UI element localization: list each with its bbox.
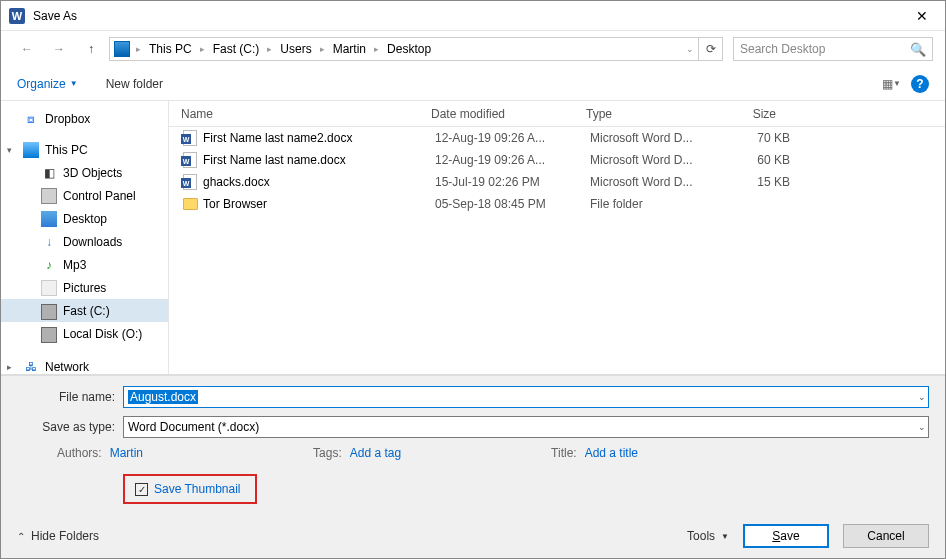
word-doc-icon	[181, 152, 199, 168]
file-list: Name Date modified Type Size First Name …	[169, 101, 945, 374]
toolbar: Organize ▼ New folder ▦ ▼ ?	[1, 67, 945, 101]
breadcrumb-bar[interactable]: ▸ This PC ▸ Fast (C:) ▸ Users ▸ Martin ▸…	[109, 37, 699, 61]
tree-item-label: Pictures	[63, 281, 106, 295]
window-close-button[interactable]: ✕	[899, 1, 945, 31]
tree-item-dropbox[interactable]: ⧈Dropbox	[1, 107, 168, 130]
tree-item-pictures[interactable]: Pictures	[1, 276, 168, 299]
nav-forward-button[interactable]: →	[45, 35, 73, 63]
file-row[interactable]: First Name last name.docx12-Aug-19 09:26…	[169, 149, 945, 171]
file-size: 15 KB	[710, 175, 790, 189]
file-date: 05-Sep-18 08:45 PM	[435, 197, 590, 211]
saveastype-value: Word Document (*.docx)	[128, 420, 259, 434]
chevron-down-icon[interactable]: ⌄	[918, 422, 926, 432]
tree-item-downloads[interactable]: ↓Downloads	[1, 230, 168, 253]
titlebar: W Save As ✕	[1, 1, 945, 31]
word-doc-icon	[181, 130, 199, 146]
breadcrumb-item[interactable]: Fast (C:)	[207, 38, 266, 60]
col-name[interactable]: Name	[181, 107, 431, 121]
dropbox-icon: ⧈	[23, 111, 39, 127]
chevron-down-icon: ▼	[70, 79, 78, 88]
col-size[interactable]: Size	[706, 107, 796, 121]
file-row[interactable]: ghacks.docx15-Jul-19 02:26 PMMicrosoft W…	[169, 171, 945, 193]
file-name: First Name last name.docx	[203, 153, 435, 167]
arrow-right-icon: →	[53, 42, 65, 56]
search-icon: 🔍	[910, 42, 926, 57]
disk-icon	[41, 304, 57, 320]
file-type: File folder	[590, 197, 710, 211]
dl-icon: ↓	[41, 234, 57, 250]
file-type: Microsoft Word D...	[590, 131, 710, 145]
pic-icon	[41, 280, 57, 296]
refresh-button[interactable]: ⟳	[699, 37, 723, 61]
new-folder-button[interactable]: New folder	[106, 77, 163, 91]
tree-expander-icon[interactable]: ▾	[7, 145, 12, 155]
tools-menu[interactable]: Tools ▼	[687, 529, 729, 543]
3d-icon: ◧	[41, 165, 57, 181]
tree-item-this-pc[interactable]: ▾This PC	[1, 138, 168, 161]
filename-label: File name:	[17, 390, 123, 404]
save-button[interactable]: Save	[743, 524, 829, 548]
breadcrumb-item[interactable]: Users	[274, 38, 317, 60]
main-area: ⧈Dropbox▾This PC◧3D ObjectsControl Panel…	[1, 101, 945, 375]
tree-item-mp3[interactable]: ♪Mp3	[1, 253, 168, 276]
save-thumbnail-label[interactable]: Save Thumbnail	[154, 482, 241, 496]
saveastype-select[interactable]: Word Document (*.docx) ⌄	[123, 416, 929, 438]
pc-icon	[23, 142, 39, 158]
breadcrumb-item[interactable]: This PC	[143, 38, 198, 60]
tree-item-label: Local Disk (O:)	[63, 327, 142, 341]
close-icon: ✕	[916, 8, 928, 24]
nav-up-button[interactable]: ↑	[77, 35, 105, 63]
tree-item-label: Desktop	[63, 212, 107, 226]
tree-item-desktop[interactable]: Desktop	[1, 207, 168, 230]
authors-field[interactable]: Martin	[110, 446, 143, 460]
col-date[interactable]: Date modified	[431, 107, 586, 121]
nav-back-button[interactable]: ←	[13, 35, 41, 63]
desk-icon	[41, 211, 57, 227]
file-name: ghacks.docx	[203, 175, 435, 189]
chevron-down-icon[interactable]: ⌄	[918, 392, 926, 402]
tags-label: Tags:	[313, 446, 342, 460]
view-options-button[interactable]: ▦ ▼	[882, 77, 901, 91]
arrow-left-icon: ←	[21, 42, 33, 56]
search-input[interactable]: Search Desktop 🔍	[733, 37, 933, 61]
tree-item-local-disk-o-[interactable]: Local Disk (O:)	[1, 322, 168, 345]
file-size: 60 KB	[710, 153, 790, 167]
save-thumbnail-checkbox[interactable]: ✓	[135, 483, 148, 496]
file-name: Tor Browser	[203, 197, 435, 211]
file-type: Microsoft Word D...	[590, 175, 710, 189]
tree-item-label: Network	[45, 360, 89, 374]
file-row[interactable]: Tor Browser05-Sep-18 08:45 PMFile folder	[169, 193, 945, 215]
tree-item-fast-c-[interactable]: Fast (C:)	[1, 299, 168, 322]
organize-menu[interactable]: Organize ▼	[17, 77, 78, 91]
breadcrumb-item[interactable]: Martin	[327, 38, 372, 60]
tree-item-3d-objects[interactable]: ◧3D Objects	[1, 161, 168, 184]
chevron-down-icon[interactable]: ⌄	[686, 44, 694, 54]
ctrl-icon	[41, 188, 57, 204]
title-field[interactable]: Add a title	[585, 446, 638, 460]
file-name: First Name last name2.docx	[203, 131, 435, 145]
cancel-button[interactable]: Cancel	[843, 524, 929, 548]
tree-item-label: Downloads	[63, 235, 122, 249]
help-icon: ?	[916, 77, 923, 91]
folder-icon	[181, 196, 199, 212]
tree-item-network[interactable]: ▸🖧Network	[1, 355, 168, 374]
column-headers: Name Date modified Type Size	[169, 101, 945, 127]
nav-row: ← → ↑ ▸ This PC ▸ Fast (C:) ▸ Users ▸ Ma…	[1, 31, 945, 67]
chevron-right-icon: ▸	[134, 44, 143, 54]
mp3-icon: ♪	[41, 257, 57, 273]
tags-field[interactable]: Add a tag	[350, 446, 401, 460]
tree-item-control-panel[interactable]: Control Panel	[1, 184, 168, 207]
breadcrumb-item[interactable]: Desktop	[381, 38, 437, 60]
net-icon: 🖧	[23, 359, 39, 375]
file-row[interactable]: First Name last name2.docx12-Aug-19 09:2…	[169, 127, 945, 149]
save-label: Save	[772, 529, 799, 543]
tree-expander-icon[interactable]: ▸	[7, 362, 12, 372]
help-button[interactable]: ?	[911, 75, 929, 93]
col-type[interactable]: Type	[586, 107, 706, 121]
chevron-right-icon: ▸	[318, 44, 327, 54]
file-date: 12-Aug-19 09:26 A...	[435, 153, 590, 167]
chevron-right-icon: ▸	[372, 44, 381, 54]
file-rows: First Name last name2.docx12-Aug-19 09:2…	[169, 127, 945, 374]
filename-input[interactable]: August.docx ⌄	[123, 386, 929, 408]
hide-folders-button[interactable]: ⌃ Hide Folders	[17, 529, 99, 543]
